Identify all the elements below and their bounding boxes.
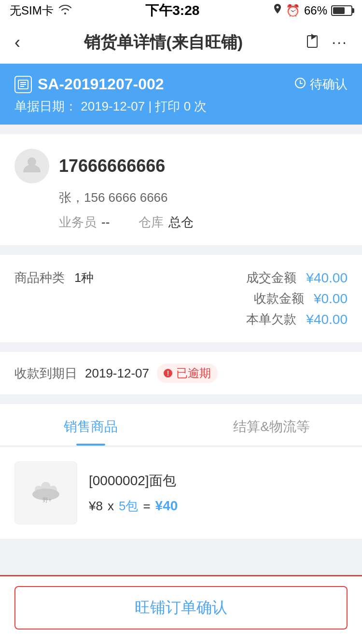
status-bar: 无SIM卡 下午3:28 ⏰ 66% [0,0,362,21]
due-date: 2019-12-07 [85,366,149,381]
product-info: [0000002]面包 ¥8 x 5包 = ¥40 [89,472,348,515]
tab-settlement-label: 结算&物流等 [233,419,310,434]
order-status-text: 待确认 [310,76,348,93]
order-date: 2019-12-07 [81,99,145,113]
share-icon[interactable] [306,33,322,52]
type-value: 1种 [74,269,94,286]
tab-products[interactable]: 销售商品 [0,404,181,446]
carrier-text: 无SIM卡 [10,3,54,18]
due-label: 收款到期日 [14,365,77,382]
nav-actions: ··· [306,33,348,52]
customer-phone: 17666666666 [59,156,165,176]
order-status: 待确认 [294,76,348,93]
owed-value: ¥40.00 [306,312,348,327]
avatar-icon [21,153,42,179]
sales-value: -- [101,215,110,230]
order-icon [14,76,32,93]
tab-products-label: 销售商品 [64,419,118,434]
owed-row: 本单欠款 ¥40.00 [246,311,348,328]
meta-warehouse: 仓库 总仓 [139,214,194,231]
product-price-row: ¥8 x 5包 = ¥40 [89,498,348,515]
page-title: 销货单详情(来自旺铺) [84,31,243,54]
avatar [14,149,49,183]
tab-settlement[interactable]: 结算&物流等 [181,404,362,446]
customer-section: 17666666666 张，156 6666 6666 业务员 -- 仓库 总仓 [0,134,362,245]
bottom-bar: 旺铺订单确认 [0,575,362,644]
type-label: 商品种类 [14,269,65,286]
battery-percent: 66% [304,4,327,17]
customer-name: 张，156 6666 6666 [59,189,348,206]
warehouse-label: 仓库 [139,214,164,231]
price-qty: 5包 [119,498,138,515]
more-icon[interactable]: ··· [332,33,348,51]
price-base: ¥8 [89,499,103,514]
order-header: SA-20191207-002 待确认 单据日期： 2019-12-07 | 打… [0,64,362,125]
customer-meta: 业务员 -- 仓库 总仓 [59,214,348,231]
price-multiply: x [108,499,114,514]
order-id-text: SA-20191207-002 [38,75,164,93]
battery-icon [331,5,352,16]
order-id-row: SA-20191207-002 待确认 [14,75,348,93]
sales-label: 业务员 [59,214,97,231]
overdue-text: 已逾期 [176,365,211,381]
overdue-dot-icon: ! [164,369,172,378]
svg-text:野+: 野+ [42,497,52,504]
meta-sales: 业务员 -- [59,214,110,231]
status-clock-icon [294,77,306,92]
tabs-section: 销售商品 结算&物流等 [0,404,362,446]
owed-label: 本单欠款 [246,311,296,328]
stats-left: 商品种类 1种 [14,269,94,286]
product-thumb-icon: 野+ [29,476,63,510]
overdue-badge: ! 已逾期 [157,364,218,383]
status-left: 无SIM卡 [10,3,72,18]
order-date-row: 单据日期： 2019-12-07 | 打印 0 次 [14,98,348,115]
status-right: ⏰ 66% [273,4,352,17]
due-section: 收款到期日 2019-12-07 ! 已逾期 [0,352,362,394]
amount-label: 成交金额 [246,269,296,286]
amount-value: ¥40.00 [306,270,348,286]
clock-status-icon: ⏰ [286,4,300,17]
amount-row: 成交金额 ¥40.00 [246,269,348,286]
price-total: ¥40 [155,498,178,514]
product-name: [0000002]面包 [89,472,348,490]
confirm-order-button[interactable]: 旺铺订单确认 [14,586,348,630]
location-icon [273,4,282,17]
received-row: 收款金额 ¥0.00 [254,290,348,307]
stats-section: 商品种类 1种 成交金额 ¥40.00 收款金额 ¥0.00 本单欠款 ¥40.… [0,255,362,342]
stats-grid: 商品种类 1种 成交金额 ¥40.00 收款金额 ¥0.00 本单欠款 ¥40.… [14,269,348,328]
customer-row: 17666666666 [14,149,348,183]
warehouse-value: 总仓 [168,214,194,231]
order-print-text: | 打印 0 次 [148,99,207,113]
order-date-label: 单据日期： [14,99,77,113]
nav-bar: ‹ 销货单详情(来自旺铺) ··· [0,21,362,64]
received-value: ¥0.00 [314,291,348,307]
price-equals: = [143,499,150,514]
received-label: 收款金额 [254,290,304,307]
order-id: SA-20191207-002 [14,75,164,93]
status-time: 下午3:28 [145,1,199,20]
back-button[interactable]: ‹ [14,32,20,53]
stats-right: 成交金额 ¥40.00 收款金额 ¥0.00 本单欠款 ¥40.00 [246,269,348,328]
wifi-icon [58,4,72,17]
product-thumbnail: 野+ [14,462,77,524]
confirm-label: 旺铺订单确认 [135,597,227,618]
product-item: 野+ [0000002]面包 ¥8 x 5包 = ¥40 [14,462,348,524]
product-section: 野+ [0000002]面包 ¥8 x 5包 = ¥40 [0,447,362,539]
